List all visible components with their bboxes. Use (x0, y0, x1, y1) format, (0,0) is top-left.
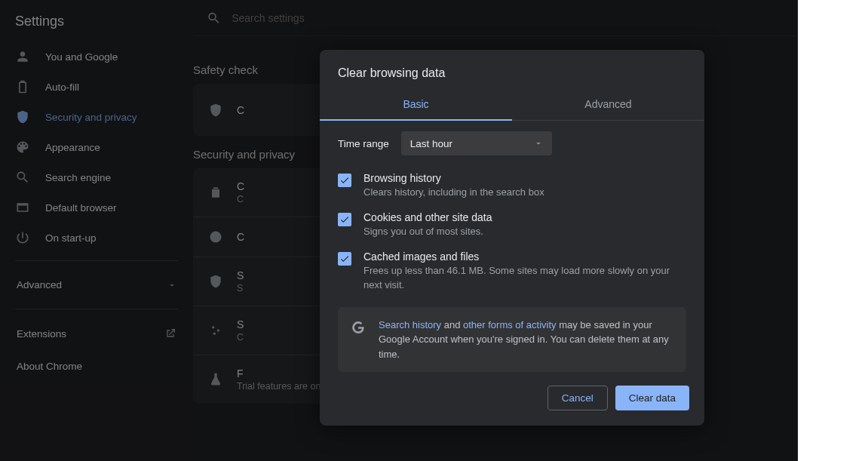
option-title: Cached images and files (363, 250, 686, 263)
person-icon (15, 49, 30, 64)
page-title: Settings (0, 9, 193, 41)
sidebar-item-label: On start-up (45, 232, 97, 244)
tab-basic[interactable]: Basic (320, 89, 512, 121)
sidebar-item-label: You and Google (45, 51, 118, 63)
dropdown-arrow-icon (534, 139, 543, 148)
sidebar-item-label: Appearance (45, 142, 100, 153)
security-icon (208, 274, 223, 289)
palette-icon (15, 140, 30, 155)
chevron-down-icon (167, 281, 176, 290)
clipboard-icon (15, 79, 30, 94)
search-history-link[interactable]: Search history (379, 319, 441, 330)
svg-point-1 (212, 326, 214, 328)
power-icon (15, 230, 30, 245)
google-logo-icon (350, 319, 367, 336)
search-bar (193, 0, 798, 36)
search-icon (207, 11, 221, 26)
sidebar-advanced-label: Advanced (17, 279, 62, 290)
window-icon (15, 200, 30, 215)
checkbox-browsing-history[interactable] (338, 174, 351, 187)
sidebar-item-autofill[interactable]: Auto-fill (0, 72, 193, 102)
clear-browsing-data-dialog: Clear browsing data Basic Advanced Time … (320, 50, 704, 426)
checkbox-cookies[interactable] (338, 213, 351, 226)
sidebar-item-default-browser[interactable]: Default browser (0, 192, 193, 223)
tab-advanced[interactable]: Advanced (512, 89, 704, 121)
other-activity-link[interactable]: other forms of activity (463, 319, 557, 330)
sidebar-item-label: Security and privacy (45, 112, 137, 123)
svg-point-2 (217, 329, 219, 331)
search-input[interactable] (232, 12, 784, 24)
cookie-icon (208, 229, 223, 244)
safety-row-label: C (237, 104, 244, 116)
sidebar-about[interactable]: About Chrome (0, 350, 193, 383)
sidebar-advanced-toggle[interactable]: Advanced (0, 269, 193, 301)
sidebar-item-on-startup[interactable]: On start-up (0, 223, 193, 253)
settings-app: Settings You and Google Auto-fill Securi… (0, 0, 798, 461)
time-range-select[interactable]: Last hour (401, 131, 552, 155)
svg-point-3 (213, 333, 216, 335)
option-sub: Clears history, including in the search … (363, 186, 544, 199)
open-external-icon (164, 327, 176, 340)
time-range-value: Last hour (410, 138, 452, 149)
sidebar-item-label: Auto-fill (45, 81, 79, 93)
flask-icon (208, 372, 223, 387)
sidebar-item-search-engine[interactable]: Search engine (0, 162, 193, 192)
option-sub: Signs you out of most sites. (363, 225, 492, 238)
option-title: Cookies and other site data (363, 211, 492, 223)
sidebar: Settings You and Google Auto-fill Securi… (0, 0, 193, 461)
search-icon (15, 170, 30, 185)
time-range-label: Time range (338, 138, 389, 149)
shield-icon (15, 109, 30, 124)
option-title: Browsing history (363, 172, 544, 184)
sidebar-item-security-privacy[interactable]: Security and privacy (0, 102, 193, 132)
sidebar-item-you-and-google[interactable]: You and Google (0, 41, 193, 72)
sliders-icon (208, 323, 223, 338)
sidebar-item-label: Search engine (45, 172, 111, 183)
sidebar-extensions-label: Extensions (17, 328, 66, 340)
shield-check-icon (208, 103, 223, 118)
clear-data-button[interactable]: Clear data (615, 386, 689, 410)
checkbox-cached[interactable] (338, 252, 351, 266)
google-account-info: Search history and other forms of activi… (338, 307, 686, 373)
sidebar-about-label: About Chrome (17, 361, 82, 372)
cancel-button[interactable]: Cancel (547, 386, 608, 410)
sidebar-extensions[interactable]: Extensions (0, 317, 193, 350)
option-sub: Frees up less than 46.1 MB. Some sites m… (363, 264, 686, 291)
trash-icon (208, 185, 223, 200)
sidebar-item-label: Default browser (45, 202, 117, 214)
dialog-title: Clear browsing data (320, 50, 704, 89)
svg-point-0 (210, 232, 222, 243)
sidebar-item-appearance[interactable]: Appearance (0, 132, 193, 162)
